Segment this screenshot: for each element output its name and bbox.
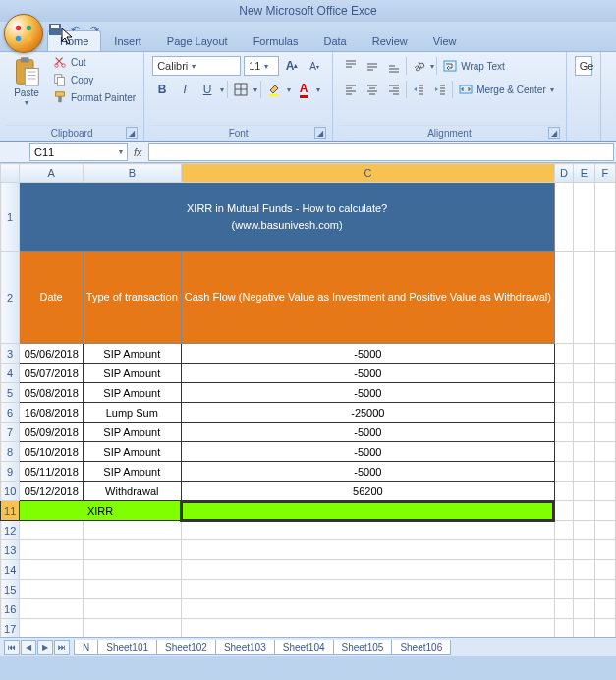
cell[interactable]: -25000 <box>181 403 554 423</box>
row-header[interactable]: 5 <box>1 383 20 403</box>
formula-input[interactable] <box>148 143 614 161</box>
title-cell[interactable]: XIRR in Mutual Funds - How to calculate?… <box>20 183 555 252</box>
cell[interactable]: SIP Amount <box>83 344 181 364</box>
wrap-text-button[interactable]: Wrap Text <box>439 57 509 75</box>
font-launcher-icon[interactable]: ◢ <box>314 127 326 139</box>
copy-button[interactable]: Copy <box>51 72 138 87</box>
cell[interactable]: -5000 <box>181 423 554 442</box>
row-header[interactable]: 9 <box>1 462 20 482</box>
row-header[interactable]: 15 <box>1 580 20 599</box>
cell[interactable]: 05/06/2018 <box>20 344 84 364</box>
bold-button[interactable]: B <box>152 80 172 99</box>
cell[interactable]: SIP Amount <box>83 364 181 383</box>
cell[interactable]: 16/08/2018 <box>20 403 84 423</box>
header-type[interactable]: Type of transaction <box>83 252 181 344</box>
sheet-nav-first-icon[interactable]: ⏮ <box>4 640 20 655</box>
cell[interactable]: Lump Sum <box>83 403 181 423</box>
row-header[interactable]: 10 <box>1 482 20 501</box>
row-header[interactable]: 7 <box>1 423 20 442</box>
save-icon[interactable] <box>47 22 63 37</box>
decrease-indent-button[interactable] <box>409 80 428 99</box>
cut-button[interactable]: Cut <box>51 54 138 70</box>
increase-indent-button[interactable] <box>430 80 450 99</box>
tab-review[interactable]: Review <box>360 30 420 51</box>
cell[interactable]: SIP Amount <box>83 462 181 482</box>
clipboard-launcher-icon[interactable]: ◢ <box>126 127 138 139</box>
cell[interactable]: 05/11/2018 <box>20 462 84 482</box>
office-button[interactable] <box>4 14 43 53</box>
sheet-nav-prev-icon[interactable]: ◀ <box>21 640 36 655</box>
row-header[interactable]: 4 <box>1 364 20 383</box>
cell[interactable]: -5000 <box>181 442 554 462</box>
sheet-tab[interactable]: Sheet104 <box>274 640 334 655</box>
shrink-font-button[interactable]: A▾ <box>305 56 324 76</box>
tab-formulas[interactable]: Formulas <box>241 30 311 51</box>
col-header[interactable]: A <box>20 164 84 183</box>
fill-color-button[interactable] <box>264 80 284 99</box>
orientation-button[interactable]: ab <box>409 56 428 76</box>
cell[interactable]: SIP Amount <box>83 442 181 462</box>
header-cashflow[interactable]: Cash Flow (Negative Value as Investment … <box>181 252 554 344</box>
paste-button[interactable]: Paste ▾ <box>6 54 47 109</box>
row-header[interactable]: 2 <box>1 252 20 344</box>
cell[interactable]: -5000 <box>181 462 554 482</box>
undo-icon[interactable]: ↶ <box>67 22 83 37</box>
redo-icon[interactable]: ↷ <box>86 22 102 37</box>
cell[interactable]: SIP Amount <box>83 383 181 403</box>
align-right-button[interactable] <box>384 80 404 99</box>
header-date[interactable]: Date <box>20 252 84 344</box>
col-header[interactable]: D <box>554 164 573 183</box>
col-header[interactable]: F <box>594 164 615 183</box>
borders-button[interactable] <box>231 80 251 99</box>
cell[interactable]: -5000 <box>181 344 554 364</box>
col-header[interactable]: C <box>181 164 554 183</box>
name-box[interactable]: C11▾ <box>29 143 128 161</box>
underline-button[interactable]: U <box>197 80 217 99</box>
row-header[interactable]: 14 <box>1 560 20 580</box>
cell[interactable]: -5000 <box>181 364 554 383</box>
cell[interactable]: 05/09/2018 <box>20 423 84 442</box>
merge-center-button[interactable]: Merge & Center▾ <box>455 81 558 98</box>
cell[interactable]: 05/12/2018 <box>20 482 84 501</box>
font-color-button[interactable]: A <box>294 80 313 99</box>
row-header[interactable]: 17 <box>1 619 20 639</box>
row-header[interactable]: 16 <box>1 599 20 619</box>
font-size-dropdown[interactable]: 11▾ <box>244 56 279 76</box>
cell[interactable]: 05/07/2018 <box>20 364 84 383</box>
col-header[interactable]: E <box>574 164 595 183</box>
active-cell[interactable] <box>181 501 554 521</box>
align-bottom-button[interactable] <box>384 56 404 76</box>
italic-button[interactable]: I <box>175 80 195 99</box>
worksheet-grid[interactable]: A B C D E F 1 XIRR in Mutual Funds - How… <box>0 163 616 656</box>
row-header[interactable]: 3 <box>1 344 20 364</box>
select-all-corner[interactable] <box>1 164 20 183</box>
cell[interactable]: 05/10/2018 <box>20 442 84 462</box>
sheet-tab[interactable]: Sheet103 <box>215 640 275 655</box>
cell[interactable]: 05/08/2018 <box>20 383 84 403</box>
sheet-tab[interactable]: N <box>74 640 98 655</box>
cell[interactable]: Withdrawal <box>83 482 181 501</box>
sheet-tab[interactable]: Sheet106 <box>391 640 451 655</box>
align-left-button[interactable] <box>341 80 361 99</box>
row-header[interactable]: 8 <box>1 442 20 462</box>
row-header[interactable]: 12 <box>1 521 20 540</box>
tab-pagelayout[interactable]: Page Layout <box>154 30 241 51</box>
alignment-launcher-icon[interactable]: ◢ <box>548 127 560 139</box>
align-center-button[interactable] <box>363 80 382 99</box>
xirr-label-cell[interactable]: XIRR <box>20 501 181 521</box>
row-header[interactable]: 6 <box>1 403 20 423</box>
tab-data[interactable]: Data <box>310 30 359 51</box>
sheet-nav-next-icon[interactable]: ▶ <box>37 640 53 655</box>
row-header[interactable]: 1 <box>1 183 20 252</box>
number-format-dropdown[interactable]: Ge <box>575 56 592 76</box>
grow-font-button[interactable]: A▴ <box>282 56 302 76</box>
align-top-button[interactable] <box>341 56 361 76</box>
row-header[interactable]: 11 <box>1 501 20 521</box>
font-name-dropdown[interactable]: Calibri▾ <box>152 56 241 76</box>
cell[interactable]: -5000 <box>181 383 554 403</box>
fx-icon[interactable]: fx <box>134 146 142 158</box>
format-painter-button[interactable]: Format Painter <box>51 89 138 105</box>
row-header[interactable]: 13 <box>1 540 20 560</box>
sheet-tab[interactable]: Sheet102 <box>156 640 216 655</box>
sheet-tab[interactable]: Sheet105 <box>333 640 393 655</box>
